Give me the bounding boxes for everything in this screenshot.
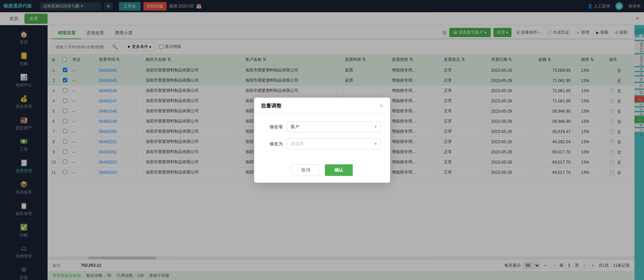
modal-field-row: 修改项 客户 ▾ [264, 121, 381, 132]
modal-value-row: 修改为 请选择 ▾ [264, 138, 381, 149]
field-select-arrow-icon: ▾ [375, 124, 377, 129]
modal-confirm-btn[interactable]: 确认 [325, 164, 353, 176]
modal-footer: 取消 确认 [254, 161, 390, 183]
modal-header: 批量调整 × [254, 98, 390, 113]
modify-value-select[interactable]: 请选择 ▾ [287, 138, 381, 149]
batch-adjust-modal: 批量调整 × 修改项 客户 ▾ 修改为 请选择 ▾ 取消 确认 [254, 98, 390, 183]
modify-field-select[interactable]: 客户 ▾ [287, 121, 381, 132]
modify-value-placeholder: 请选择 [291, 141, 304, 147]
modal-overlay: 批量调整 × 修改项 客户 ▾ 修改为 请选择 ▾ 取消 确认 [0, 0, 644, 280]
modify-value-label: 修改为 [264, 141, 283, 147]
value-select-arrow-icon: ▾ [375, 141, 377, 146]
modal-body: 修改项 客户 ▾ 修改为 请选择 ▾ [254, 113, 390, 161]
modal-title: 批量调整 [261, 103, 281, 109]
modify-field-label: 修改项 [264, 124, 283, 130]
modify-field-value: 客户 [291, 124, 299, 130]
modal-close-btn[interactable]: × [380, 102, 383, 110]
modal-cancel-btn[interactable]: 取消 [292, 164, 320, 176]
